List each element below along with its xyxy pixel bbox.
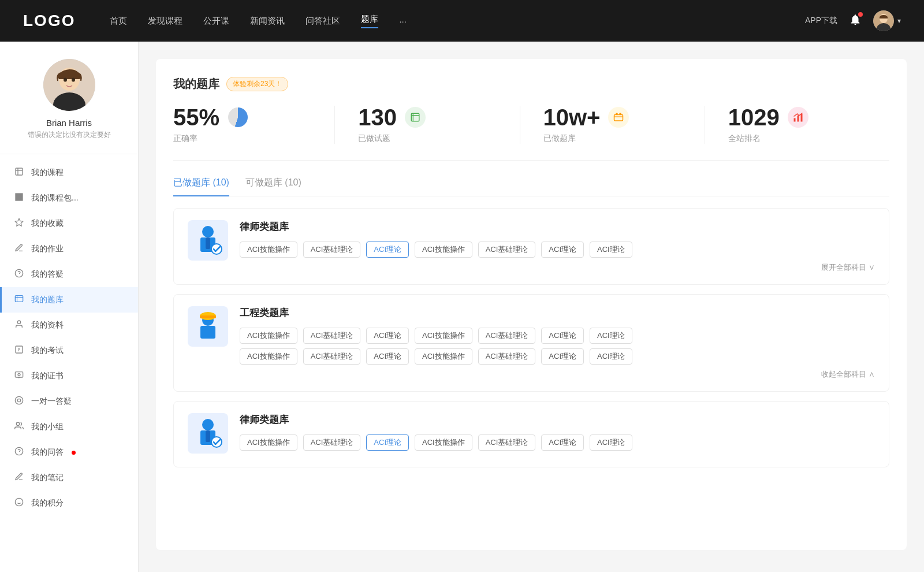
tags-row-1: ACI技能操作 ACI基础理论 ACI理论 ACI技能操作 ACI基础理论 AC… bbox=[240, 242, 875, 258]
profile-name: Brian Harris bbox=[46, 118, 92, 128]
sidebar-item-favorites[interactable]: 我的收藏 bbox=[0, 211, 138, 236]
sidebar-item-label: 我的积分 bbox=[31, 498, 64, 508]
sidebar-item-course-package[interactable]: 我的课程包... bbox=[0, 185, 138, 211]
tag-selected[interactable]: ACI理论 bbox=[366, 242, 409, 258]
tag[interactable]: ACI技能操作 bbox=[415, 348, 472, 365]
stat-number-done: 130 bbox=[358, 106, 397, 129]
svg-rect-36 bbox=[411, 113, 419, 121]
svg-rect-8 bbox=[16, 168, 23, 175]
nav-menu: 首页 发现课程 公开课 新闻资讯 问答社区 题库 ··· bbox=[110, 14, 805, 28]
sidebar-item-label: 我的作业 bbox=[31, 244, 64, 254]
stat-number-banks: 10w+ bbox=[543, 106, 601, 129]
profile-motto: 错误的决定比没有决定要好 bbox=[28, 130, 111, 140]
tag[interactable]: ACI技能操作 bbox=[240, 242, 297, 258]
sidebar-item-my-course[interactable]: 我的课程 bbox=[0, 160, 138, 185]
tag-selected[interactable]: ACI理论 bbox=[366, 434, 409, 451]
lawyer-icon-2 bbox=[188, 413, 228, 454]
tag[interactable]: ACI基础理论 bbox=[478, 434, 536, 451]
tag[interactable]: ACI理论 bbox=[590, 328, 632, 344]
sidebar-item-label: 我的资料 bbox=[31, 320, 64, 330]
data-icon bbox=[14, 320, 24, 331]
tag[interactable]: ACI基础理论 bbox=[303, 348, 361, 365]
sidebar-item-my-exam[interactable]: 我的考试 bbox=[0, 338, 138, 363]
tag[interactable]: ACI理论 bbox=[590, 242, 632, 258]
sidebar-item-label: 我的考试 bbox=[31, 346, 64, 356]
sidebar-item-certificate[interactable]: 我的证书 bbox=[0, 363, 138, 389]
sidebar-item-my-group[interactable]: 我的小组 bbox=[0, 414, 138, 440]
subject-body-1: 律师类题库 ACI技能操作 ACI基础理论 ACI理论 ACI技能操作 ACI基… bbox=[240, 220, 875, 273]
sidebar-item-label: 我的题库 bbox=[31, 295, 64, 305]
user-avatar-dropdown[interactable]: ▾ bbox=[873, 10, 901, 31]
nav-open-course[interactable]: 公开课 bbox=[203, 16, 229, 27]
nav-news[interactable]: 新闻资讯 bbox=[250, 16, 285, 27]
nav-qa[interactable]: 问答社区 bbox=[305, 16, 340, 27]
collapse-link-2[interactable]: 收起全部科目 ∧ bbox=[240, 369, 875, 380]
tag[interactable]: ACI基础理论 bbox=[478, 242, 536, 258]
tabs: 已做题库 (10) 可做题库 (10) bbox=[173, 177, 889, 196]
tag[interactable]: ACI技能操作 bbox=[240, 434, 297, 451]
notes-icon bbox=[14, 472, 24, 484]
svg-rect-12 bbox=[19, 193, 23, 197]
tag[interactable]: ACI理论 bbox=[541, 242, 584, 258]
tag[interactable]: ACI技能操作 bbox=[240, 348, 297, 365]
tag[interactable]: ACI技能操作 bbox=[415, 328, 472, 344]
tag[interactable]: ACI理论 bbox=[541, 348, 584, 365]
svg-point-30 bbox=[16, 422, 19, 425]
svg-rect-49 bbox=[206, 237, 210, 249]
nav-question-bank[interactable]: 题库 bbox=[361, 14, 378, 28]
nav-home[interactable]: 首页 bbox=[110, 16, 127, 27]
tag[interactable]: ACI理论 bbox=[541, 434, 584, 451]
subject-title-2: 工程类题库 bbox=[240, 306, 875, 320]
nav-more[interactable]: ··· bbox=[399, 16, 407, 26]
tag[interactable]: ACI理论 bbox=[366, 328, 409, 344]
nav-discover[interactable]: 发现课程 bbox=[148, 16, 182, 27]
svg-rect-42 bbox=[620, 113, 621, 115]
sidebar-item-question-bank[interactable]: 我的题库 bbox=[0, 287, 138, 313]
tag[interactable]: ACI技能操作 bbox=[240, 328, 297, 344]
app-download-button[interactable]: APP下载 bbox=[805, 16, 837, 26]
tag[interactable]: ACI理论 bbox=[366, 348, 409, 365]
rank-icon bbox=[788, 107, 808, 128]
tag[interactable]: ACI基础理论 bbox=[478, 348, 536, 365]
sidebar-item-label: 我的证书 bbox=[31, 371, 64, 381]
group-icon bbox=[14, 421, 24, 433]
svg-point-47 bbox=[202, 226, 214, 237]
svg-point-7 bbox=[72, 78, 75, 82]
tag[interactable]: ACI技能操作 bbox=[415, 434, 472, 451]
stat-done-banks: 10w+ 已做题库 bbox=[543, 106, 705, 144]
svg-rect-59 bbox=[206, 430, 210, 442]
tag[interactable]: ACI基础理论 bbox=[303, 242, 361, 258]
tag[interactable]: ACI理论 bbox=[541, 328, 584, 344]
tag[interactable]: ACI理论 bbox=[590, 348, 632, 365]
svg-rect-13 bbox=[15, 197, 19, 201]
sidebar-item-label: 我的笔记 bbox=[31, 473, 64, 483]
sidebar-item-one-on-one[interactable]: 一对一答疑 bbox=[0, 389, 138, 414]
sidebar-item-homework[interactable]: 我的作业 bbox=[0, 236, 138, 262]
svg-rect-11 bbox=[15, 193, 19, 197]
engineer-icon bbox=[188, 306, 228, 347]
stat-label-accuracy: 正确率 bbox=[173, 133, 198, 144]
notification-bell[interactable] bbox=[849, 13, 862, 28]
sidebar-item-label: 我的答疑 bbox=[31, 269, 64, 280]
sidebar-item-points[interactable]: 我的积分 bbox=[0, 491, 138, 516]
tag[interactable]: ACI基础理论 bbox=[478, 328, 536, 344]
sidebar-item-label: 我的收藏 bbox=[31, 218, 64, 229]
sidebar-item-my-data[interactable]: 我的资料 bbox=[0, 313, 138, 338]
svg-rect-54 bbox=[200, 315, 216, 318]
svg-point-6 bbox=[64, 78, 67, 82]
sidebar-item-my-questions[interactable]: 我的问答 bbox=[0, 440, 138, 465]
tab-available-banks[interactable]: 可做题库 (10) bbox=[245, 177, 301, 196]
avatar bbox=[873, 10, 894, 31]
qa-icon bbox=[14, 269, 24, 280]
svg-rect-18 bbox=[15, 296, 23, 302]
expand-link-1[interactable]: 展开全部科目 ∨ bbox=[240, 262, 875, 273]
subject-card-lawyer-2: 律师类题库 ACI技能操作 ACI基础理论 ACI理论 ACI技能操作 ACI基… bbox=[173, 401, 889, 467]
sidebar-item-notes[interactable]: 我的笔记 bbox=[0, 465, 138, 491]
sidebar-item-my-qa[interactable]: 我的答疑 bbox=[0, 262, 138, 287]
stat-label-done: 已做试题 bbox=[358, 133, 390, 144]
tag[interactable]: ACI技能操作 bbox=[415, 242, 472, 258]
tab-done-banks[interactable]: 已做题库 (10) bbox=[173, 177, 229, 196]
tag[interactable]: ACI基础理论 bbox=[303, 434, 361, 451]
tag[interactable]: ACI理论 bbox=[590, 434, 632, 451]
tag[interactable]: ACI基础理论 bbox=[303, 328, 361, 344]
